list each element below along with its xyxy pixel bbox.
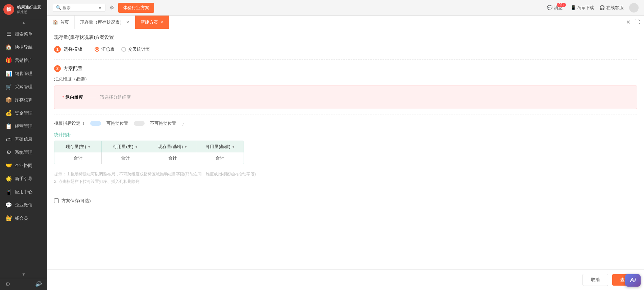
- settings-footer-icon[interactable]: ⚙: [5, 281, 10, 287]
- sidebar-item-enterprise[interactable]: 🤝 企业协同: [0, 159, 47, 172]
- tab-new-scheme-label: 新建方案: [141, 19, 158, 25]
- stats-col-3-header[interactable]: 现存量(基辅) ▾: [149, 141, 196, 152]
- stats-col-2-header[interactable]: 可用量(主) ▾: [102, 141, 149, 152]
- tip-2: 2. 点击标题栏下拉可设置排序、插入列和删除列: [54, 179, 140, 184]
- indicator-settings: 模板指标设定（ 可拖动位置 不可拖动位置 ）: [54, 120, 637, 126]
- online-service-btn[interactable]: 🎧 在线客服: [599, 5, 624, 11]
- draggable-badge: [90, 121, 101, 126]
- sidebar-item-basic-info[interactable]: 🗃 基础信息: [0, 133, 47, 146]
- tab-new-scheme[interactable]: 新建方案 ✕: [135, 16, 169, 29]
- tab-home-label: 首页: [60, 19, 69, 25]
- non-draggable-badge: [134, 121, 145, 126]
- tab-inventory-close[interactable]: ✕: [126, 20, 129, 25]
- sidebar-item-label: 系统管理: [15, 149, 32, 155]
- logo-text: 畅康通好生意 标准版: [17, 4, 41, 15]
- divider-1: [54, 59, 637, 60]
- tab-new-scheme-close[interactable]: ✕: [160, 20, 164, 25]
- stats-header-row: 现存量(主) ▾ 可用量(主) ▾ 现存量(基辅) ▾: [54, 141, 244, 152]
- dimension-arrow: ——: [87, 95, 96, 100]
- stats-col-4-label: 可用量(基辅): [205, 144, 230, 150]
- sound-footer-icon[interactable]: 🔊: [35, 281, 42, 287]
- sidebar-item-label: 企业微信: [15, 202, 32, 208]
- system-icon: ⚙: [5, 149, 12, 155]
- step2-number: 2: [54, 65, 61, 72]
- tabbar: 🏠 首页 现存量（库存状况表） ✕ 新建方案 ✕ ✕ ⛶: [47, 16, 644, 29]
- sidebar-item-enterprise-wechat[interactable]: 💬 企业微信: [0, 198, 47, 212]
- message-icon: 💬: [547, 5, 552, 10]
- basic-info-icon: 🗃: [5, 136, 12, 142]
- stats-col-3-label: 现存量(基辅): [158, 144, 183, 150]
- stats-table: 现存量(主) ▾ 可用量(主) ▾ 现存量(基辅) ▾: [54, 141, 244, 164]
- purchase-icon: 🛒: [5, 83, 12, 90]
- sidebar-item-label: 库存核算: [15, 97, 32, 103]
- close-panel-btn[interactable]: ✕: [625, 18, 632, 27]
- trial-btn[interactable]: 体验行业方案: [118, 3, 154, 13]
- home-icon: 🏠: [53, 20, 58, 25]
- service-icon: 🎧: [599, 5, 605, 10]
- sidebar-item-label: 销售管理: [15, 71, 32, 77]
- sidebar-footer: ⚙ 🔊: [0, 278, 47, 290]
- sidebar-item-sales[interactable]: 📊 销售管理: [0, 67, 47, 80]
- app-icon: 📱: [571, 5, 576, 10]
- search-dropdown-btn[interactable]: ▼: [98, 5, 102, 10]
- avatar: [629, 3, 639, 13]
- stats-col-1-header[interactable]: 现存量(主) ▾: [54, 141, 102, 152]
- newcomer-icon: 🌟: [5, 175, 12, 182]
- sidebar-item-finance[interactable]: 💰 资金管理: [0, 106, 47, 120]
- search-input[interactable]: [63, 5, 96, 10]
- stats-col-4-header[interactable]: 可用量(基辅) ▾: [196, 141, 244, 152]
- sidebar-item-label: 搜索菜单: [15, 31, 32, 37]
- sidebar-item-quick-nav[interactable]: 🏠 快捷导航: [0, 41, 47, 54]
- sidebar-item-label: 基础信息: [15, 136, 32, 142]
- radio-summary[interactable]: 汇总表: [95, 46, 115, 52]
- save-option: 方案保存(可选): [54, 198, 637, 204]
- topbar-right: 💬 消息 99+ 📱 App下载 🎧 在线客服: [547, 3, 639, 13]
- divider-3: [54, 192, 637, 192]
- template-options: 汇总表 交叉统计表: [95, 46, 150, 52]
- sidebar-scroll-down[interactable]: ▼: [0, 271, 47, 278]
- stats-body-row: 合计 合计 合计 合计: [54, 152, 244, 164]
- stats-col-2-cell: 合计: [102, 152, 149, 164]
- sidebar-item-label: 新手引导: [15, 176, 32, 182]
- sidebar-item-system[interactable]: ⚙ 系统管理: [0, 146, 47, 159]
- cancel-button[interactable]: 取消: [583, 274, 608, 286]
- sidebar-item-newcomer[interactable]: 🌟 新手引导: [0, 172, 47, 185]
- sidebar: 畅 畅康通好生意 标准版 ▲ ☰ 搜索菜单 🏠 快捷导航 🎁 营销推广 📊 销售…: [0, 0, 47, 290]
- step1-section: 1 选择模板 汇总表 交叉统计表: [54, 46, 637, 53]
- radio-crosstab-label: 交叉统计表: [128, 46, 150, 52]
- sidebar-item-marketing[interactable]: 🎁 营销推广: [0, 54, 47, 67]
- radio-crosstab[interactable]: 交叉统计表: [121, 46, 150, 52]
- sidebar-item-inventory[interactable]: 📦 库存核算: [0, 93, 47, 106]
- expand-panel-btn[interactable]: ⛶: [633, 18, 641, 27]
- sidebar-item-search-menu[interactable]: ☰ 搜索菜单: [0, 27, 47, 41]
- enterprise-icon: 🤝: [5, 162, 12, 169]
- sidebar-item-purchase[interactable]: 🛒 采购管理: [0, 80, 47, 93]
- tips-section: 提示： 1.拖动标题栏可以调整布局，不可跨维度或指标区域拖动栏目字段(只能在同一…: [54, 171, 637, 185]
- sidebar-item-operation[interactable]: 📋 经营管理: [0, 120, 47, 133]
- member-icon: 👑: [5, 215, 12, 221]
- page-title: 现存量(库存状况表)方案设置: [54, 34, 637, 41]
- sidebar-scroll-up[interactable]: ▲: [0, 19, 47, 26]
- indicator-close: ）: [182, 120, 186, 126]
- app-download-btn[interactable]: 📱 App下载: [571, 5, 594, 11]
- tab-inventory-status[interactable]: 现存量（库存状况表） ✕: [75, 16, 135, 29]
- sales-icon: 📊: [5, 70, 12, 77]
- save-checkbox[interactable]: [54, 198, 59, 203]
- sidebar-logo: 畅 畅康通好生意 标准版: [0, 0, 47, 19]
- footer-bar: 取消 查询: [47, 269, 644, 290]
- tip-1: 1.拖动标题栏可以调整布局，不可跨维度或指标区域拖动栏目字段(只能在同一维度或指…: [67, 172, 256, 176]
- tab-home[interactable]: 🏠 首页: [47, 16, 75, 29]
- sidebar-item-member[interactable]: 👑 畅会员: [0, 212, 47, 225]
- dimension-box[interactable]: * 纵向维度 —— 请选择分组维度: [54, 86, 637, 109]
- tabbar-actions: ✕ ⛶: [625, 18, 644, 27]
- ai-badge[interactable]: Ai: [625, 274, 641, 287]
- sidebar-item-label: 应用中心: [15, 189, 32, 195]
- stats-label: 统计指标: [54, 132, 637, 138]
- message-btn[interactable]: 💬 消息 99+: [547, 5, 563, 11]
- required-star: *: [63, 95, 64, 100]
- user-avatar-btn[interactable]: [629, 3, 639, 13]
- sidebar-item-app-center[interactable]: 📱 应用中心: [0, 185, 47, 198]
- topbar-settings-btn[interactable]: ⚙: [108, 3, 116, 12]
- dimension-placeholder: 请选择分组维度: [100, 94, 131, 100]
- topbar-search-box[interactable]: 🔍 ▼: [53, 4, 105, 12]
